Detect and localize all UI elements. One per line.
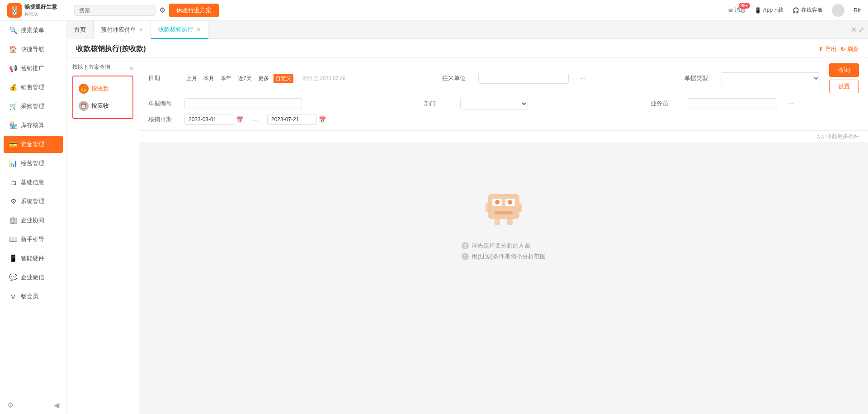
settings-bottom-icon[interactable]: ⚙ xyxy=(7,401,14,409)
industry-button[interactable]: 休验行业方案 xyxy=(169,4,219,17)
sidebar-item-system[interactable]: ⚙系统管理 xyxy=(0,192,66,211)
sidebar-icon-inventory: 🏪 xyxy=(9,121,17,129)
online-service-action[interactable]: 🎧 在线客服 xyxy=(793,6,823,14)
close-tab-btn[interactable]: ✕ xyxy=(851,25,857,34)
svg-rect-6 xyxy=(486,203,489,212)
collapse-arrows-icon: ∧∧ xyxy=(816,133,825,140)
left-panel-title: 按以下方案查询 xyxy=(72,63,110,71)
doc-type-select[interactable] xyxy=(721,72,820,84)
writeoff-date-end-group: 📅 xyxy=(267,114,326,125)
headset-icon: 🎧 xyxy=(793,7,799,14)
writeoff-date-start-input[interactable] xyxy=(184,114,234,125)
sidebar-label-marketing: 营销推广 xyxy=(21,64,44,72)
date-btn-last-month[interactable]: 上月 xyxy=(184,74,199,83)
writeoff-date-end-input[interactable] xyxy=(267,114,317,125)
user-avatar[interactable] xyxy=(832,4,844,17)
page-actions: ⬆ 导出 ↻ 刷新 xyxy=(818,45,859,53)
sidebar-icon-member: V xyxy=(9,293,17,300)
top-bar: 🐰 畅捷通好生意 标准版 ⚙ 休验行业方案 ✉ 消息 99+ 📱 App下载 🎧… xyxy=(0,0,868,21)
collapse-more-area: ∧∧ 收起更多条件 xyxy=(139,131,868,142)
refresh-button[interactable]: ↻ 刷新 xyxy=(840,45,859,53)
calendar-start-icon[interactable]: 📅 xyxy=(236,116,243,123)
svg-point-3 xyxy=(495,200,500,205)
collapse-sidebar-icon[interactable]: ◀ xyxy=(54,401,59,409)
counterparty-more-btn[interactable]: ··· xyxy=(578,74,587,82)
svg-rect-0 xyxy=(488,194,519,219)
sidebar-item-wechat[interactable]: 💬企业微信 xyxy=(0,268,66,287)
filter-receipt-label: 按收款 xyxy=(91,85,109,93)
left-panel-collapse-btn[interactable]: » xyxy=(130,64,133,71)
export-button[interactable]: ⬆ 导出 xyxy=(818,45,837,53)
department-select[interactable] xyxy=(460,98,528,109)
tab-home[interactable]: 首页 xyxy=(67,21,94,39)
sidebar-item-search[interactable]: 🔍搜索菜单 xyxy=(0,21,66,40)
staff-input[interactable] xyxy=(687,98,777,109)
filter-by-receipt[interactable]: 💰 按收款 xyxy=(77,80,129,97)
sidebar-item-member[interactable]: V畅会员 xyxy=(0,287,66,306)
tab-close-collection[interactable]: ✕ xyxy=(196,26,201,33)
doc-number-input[interactable] xyxy=(184,98,302,109)
sidebar-label-inventory: 库存核算 xyxy=(21,121,44,129)
calendar-end-icon[interactable]: 📅 xyxy=(319,116,326,123)
user-name[interactable]: Rit xyxy=(854,7,861,14)
app-download-action[interactable]: 📱 App下载 xyxy=(755,6,783,14)
sidebar-label-search: 搜索菜单 xyxy=(21,26,44,34)
sidebar-icon-sales: 💰 xyxy=(9,83,17,91)
tab-collection[interactable]: 收款核销执行✕ xyxy=(151,21,208,39)
tip-num-1: 1 xyxy=(462,242,469,249)
sidebar-item-guide[interactable]: 📖新手引导 xyxy=(0,230,66,249)
sidebar-label-finance: 资金管理 xyxy=(21,140,44,148)
sidebar-item-hardware[interactable]: 📱智能硬件 xyxy=(0,249,66,268)
sidebar-item-sales[interactable]: 💰销售管理 xyxy=(0,78,66,97)
date-btn-this-month[interactable]: 本月 xyxy=(202,74,216,83)
empty-tips: 1 请先选择要分析的方案 2 用[过滤]条件来缩小分析范围 xyxy=(462,242,545,263)
sidebar-item-inventory[interactable]: 🏪库存核算 xyxy=(0,116,66,135)
doc-number-label: 单据编号 xyxy=(148,100,175,108)
date-no-limit: 不限 至 2023-07-26 xyxy=(302,75,345,82)
filter-row-writeoff: 核销日期 📅 — 📅 xyxy=(148,114,859,125)
sidebar-item-purchase[interactable]: 🛒采购管理 xyxy=(0,97,66,116)
sidebar-item-basic[interactable]: 🗂基础信息 xyxy=(0,173,66,192)
sidebar-item-shortcut[interactable]: 🏠快捷导航 xyxy=(0,40,66,59)
sidebar-item-marketing[interactable]: 📢营销推广 xyxy=(0,59,66,78)
svg-rect-9 xyxy=(507,218,513,225)
collapse-more-btn[interactable]: ∧∧ 收起更多条件 xyxy=(816,133,859,140)
logo-text: 畅捷通好生意 标准版 xyxy=(24,3,57,17)
sidebar-label-purchase: 采购管理 xyxy=(21,102,44,110)
search-input[interactable] xyxy=(74,5,156,16)
tip-text-1: 请先选择要分析的方案 xyxy=(472,242,530,250)
sidebar-label-shortcut: 快捷导航 xyxy=(21,45,44,53)
sidebar-label-wechat: 企业微信 xyxy=(21,273,44,281)
date-dash: — xyxy=(252,116,258,123)
sidebar-item-finance[interactable]: 💳资金管理 xyxy=(4,136,63,153)
sidebar-icon-wechat: 💬 xyxy=(9,273,17,281)
left-panel: 按以下方案查询 » 💰 按收款 ⏰ 按应收 xyxy=(67,58,139,414)
filter-actions: 查询 设置 xyxy=(829,63,859,93)
date-btn-this-year[interactable]: 本年 xyxy=(219,74,233,83)
sidebar-icon-finance: 💳 xyxy=(9,140,17,148)
query-button[interactable]: 查询 xyxy=(829,63,859,77)
settings-button[interactable]: 设置 xyxy=(829,80,859,93)
date-btn-custom[interactable]: 自定义 xyxy=(274,74,293,83)
phone-icon: 📱 xyxy=(755,7,761,14)
counterparty-input[interactable] xyxy=(478,73,569,84)
tab-label-collection: 收款核销执行 xyxy=(158,25,193,33)
sidebar-icon-system: ⚙ xyxy=(9,197,17,205)
tab-label-prepay: 预付冲应付单 xyxy=(101,26,136,34)
expand-tab-btn[interactable]: ⤢ xyxy=(859,25,864,34)
tab-prepay[interactable]: 预付冲应付单✕ xyxy=(94,21,151,39)
filter-by-receivable[interactable]: ⏰ 按应收 xyxy=(77,97,129,114)
staff-more-btn[interactable]: ··· xyxy=(786,100,796,108)
filter-receivable-label: 按应收 xyxy=(91,102,109,110)
sidebar-item-enterprise[interactable]: 🏢企业协同 xyxy=(0,211,66,230)
message-action[interactable]: ✉ 消息 99+ xyxy=(728,6,745,14)
settings-icon[interactable]: ⚙ xyxy=(159,6,165,14)
tip-text-2: 用[过滤]条件来缩小分析范围 xyxy=(472,252,545,261)
tab-bar: 首页预付冲应付单✕收款核销执行✕ ✕ ⤢ xyxy=(67,21,868,39)
date-btn-more[interactable]: 更多 xyxy=(256,74,271,83)
app-logo: 🐰 畅捷通好生意 标准版 xyxy=(7,3,74,18)
date-btn-7days[interactable]: 近7天 xyxy=(236,74,254,83)
tab-close-prepay[interactable]: ✕ xyxy=(139,27,143,33)
svg-point-4 xyxy=(508,200,512,205)
sidebar-item-operations[interactable]: 📊经营管理 xyxy=(0,154,66,173)
